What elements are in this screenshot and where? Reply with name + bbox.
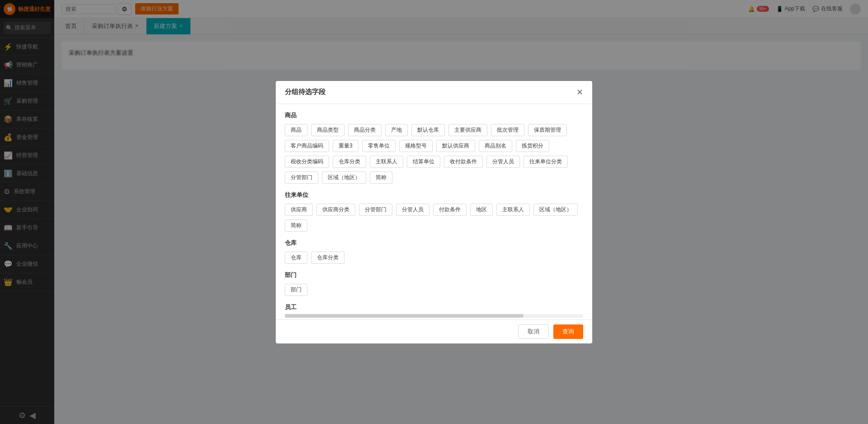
field-tag-1-3[interactable]: 分管人员 bbox=[396, 204, 429, 216]
field-tag-0-12[interactable]: 默认供应商 bbox=[436, 140, 475, 152]
field-tag-2-1[interactable]: 仓库分类 bbox=[311, 252, 344, 264]
field-tag-2-0[interactable]: 仓库 bbox=[285, 252, 307, 264]
field-tag-1-6[interactable]: 主联系人 bbox=[496, 204, 530, 216]
field-tag-1-2[interactable]: 分管部门 bbox=[359, 204, 392, 216]
section-部门: 部门部门 bbox=[285, 271, 583, 296]
modal-body[interactable]: 商品商品商品类型商品分类产地默认仓库主要供应商批次管理保质期管理客户商品编码重量… bbox=[276, 104, 592, 314]
field-tag-0-21[interactable]: 往来单位分类 bbox=[524, 156, 568, 168]
modal-header: 分组待选字段 ✕ bbox=[276, 81, 592, 104]
field-tag-0-0[interactable]: 商品 bbox=[285, 124, 307, 136]
field-tag-0-5[interactable]: 主要供应商 bbox=[448, 124, 487, 136]
field-tag-0-14[interactable]: 拣货积分 bbox=[516, 140, 549, 152]
field-tag-0-9[interactable]: 重量3 bbox=[333, 140, 359, 152]
field-tag-0-1[interactable]: 商品类型 bbox=[311, 124, 344, 136]
field-tags-0: 商品商品类型商品分类产地默认仓库主要供应商批次管理保质期管理客户商品编码重量3零… bbox=[285, 124, 583, 184]
field-tag-1-1[interactable]: 供应商分类 bbox=[316, 204, 355, 216]
field-tag-0-11[interactable]: 规格型号 bbox=[399, 140, 433, 152]
modal-close-button[interactable]: ✕ bbox=[576, 87, 583, 97]
field-select-modal: 分组待选字段 ✕ 商品商品商品类型商品分类产地默认仓库主要供应商批次管理保质期管… bbox=[276, 81, 592, 343]
field-tag-1-5[interactable]: 地区 bbox=[470, 204, 493, 216]
field-tag-1-7[interactable]: 区域（地区） bbox=[533, 204, 578, 216]
modal-title: 分组待选字段 bbox=[285, 88, 326, 96]
field-tags-3: 部门 bbox=[285, 284, 583, 296]
section-title-1: 往来单位 bbox=[285, 191, 583, 199]
field-tag-0-19[interactable]: 收付款条件 bbox=[444, 156, 483, 168]
field-tag-1-8[interactable]: 简称 bbox=[285, 219, 307, 232]
field-tag-3-0[interactable]: 部门 bbox=[285, 284, 307, 296]
field-tag-0-16[interactable]: 仓库分类 bbox=[333, 156, 366, 168]
field-tag-0-23[interactable]: 区域（地区） bbox=[322, 172, 366, 184]
modal-horizontal-scrollbar[interactable] bbox=[285, 314, 583, 317]
section-title-4: 员工 bbox=[285, 303, 583, 311]
field-tag-1-0[interactable]: 供应商 bbox=[285, 204, 313, 216]
field-tag-0-2[interactable]: 商品分类 bbox=[348, 124, 382, 136]
field-tag-0-18[interactable]: 结算单位 bbox=[407, 156, 440, 168]
field-tag-0-20[interactable]: 分管人员 bbox=[486, 156, 520, 168]
field-tag-0-22[interactable]: 分管部门 bbox=[285, 172, 318, 184]
field-tag-0-15[interactable]: 税收分类编码 bbox=[285, 156, 329, 168]
confirm-button[interactable]: 查询 bbox=[553, 324, 583, 339]
modal-footer: 取消 查询 bbox=[276, 319, 592, 343]
field-tag-0-4[interactable]: 默认仓库 bbox=[411, 124, 445, 136]
field-tag-0-8[interactable]: 客户商品编码 bbox=[285, 140, 329, 152]
section-title-2: 仓库 bbox=[285, 239, 583, 247]
modal-overlay: 分组待选字段 ✕ 商品商品商品类型商品分类产地默认仓库主要供应商批次管理保质期管… bbox=[0, 0, 868, 424]
section-title-0: 商品 bbox=[285, 111, 583, 119]
field-tag-0-7[interactable]: 保质期管理 bbox=[528, 124, 567, 136]
section-仓库: 仓库仓库仓库分类 bbox=[285, 239, 583, 264]
field-tag-0-6[interactable]: 批次管理 bbox=[491, 124, 524, 136]
field-tags-2: 仓库仓库分类 bbox=[285, 252, 583, 264]
field-tag-1-4[interactable]: 付款条件 bbox=[433, 204, 467, 216]
cancel-button[interactable]: 取消 bbox=[518, 324, 549, 339]
field-tag-0-13[interactable]: 商品别名 bbox=[479, 140, 512, 152]
field-tag-0-17[interactable]: 主联系人 bbox=[370, 156, 403, 168]
section-员工: 员工业务员 bbox=[285, 303, 583, 314]
section-往来单位: 往来单位供应商供应商分类分管部门分管人员付款条件地区主联系人区域（地区）简称 bbox=[285, 191, 583, 232]
section-商品: 商品商品商品类型商品分类产地默认仓库主要供应商批次管理保质期管理客户商品编码重量… bbox=[285, 111, 583, 184]
field-tag-0-10[interactable]: 零售单位 bbox=[362, 140, 396, 152]
modal-hscroll-thumb bbox=[285, 314, 524, 317]
section-title-3: 部门 bbox=[285, 271, 583, 279]
field-tag-0-24[interactable]: 简称 bbox=[370, 172, 392, 184]
field-tags-1: 供应商供应商分类分管部门分管人员付款条件地区主联系人区域（地区）简称 bbox=[285, 204, 583, 232]
field-tag-0-3[interactable]: 产地 bbox=[385, 124, 408, 136]
